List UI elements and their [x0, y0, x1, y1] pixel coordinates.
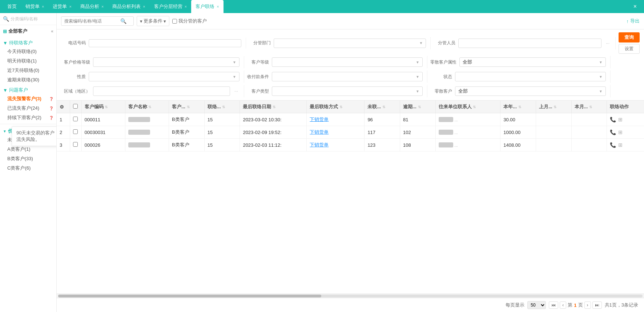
filter-retail-customer-select[interactable]: 全部 ▼ [455, 86, 606, 96]
more-action-icon[interactable]: ⊞ [618, 129, 623, 135]
sidebar-section-problem[interactable]: ▼ 问题客户 [0, 85, 56, 94]
col-overdue[interactable]: 逾期... ⇅ [400, 101, 436, 113]
manager-dots[interactable]: ··· [604, 41, 611, 46]
col-this-month[interactable]: 本月... ⇅ [571, 101, 607, 113]
col-customer-type[interactable]: 客户... ⇅ [169, 101, 205, 113]
nav-customer-layer-close[interactable]: × [185, 4, 187, 9]
col-type-sort-icon[interactable]: ⇅ [187, 105, 190, 109]
sidebar-section-pending[interactable]: ▼ 待联络客户 [0, 37, 56, 47]
more-action-icon[interactable]: ⊞ [618, 117, 623, 122]
horizontal-scrollbar[interactable] [57, 293, 644, 298]
sidebar-collapse-icon[interactable]: « [51, 29, 53, 34]
search-input[interactable] [64, 19, 119, 24]
filter-payment-select[interactable]: ▼ [272, 72, 423, 81]
filter-phone-input[interactable] [89, 39, 241, 47]
col-code-sort-icon[interactable]: ⇅ [105, 105, 108, 109]
col-contact-sort-icon[interactable]: ⇅ [222, 105, 225, 109]
nav-home[interactable]: 首页 [3, 3, 21, 10]
cell-checkbox[interactable] [70, 139, 81, 151]
settings-button[interactable]: 设置 [619, 44, 640, 54]
col-overdue-sort-icon[interactable]: ⇅ [418, 105, 421, 109]
call-icon[interactable]: 📞 [610, 142, 616, 148]
col-uncontact-sort-icon[interactable]: ⇅ [382, 105, 385, 109]
first-page-button[interactable]: ⏮ [549, 301, 558, 309]
sidebar-search-input[interactable] [11, 16, 53, 21]
col-last-method[interactable]: 最后联络方式 ⇅ [307, 101, 365, 113]
scroll-thumb[interactable] [58, 295, 321, 297]
filter-manager-select[interactable] [458, 39, 601, 48]
col-this-month-sort-icon[interactable]: ⇅ [589, 105, 592, 109]
col-settings[interactable]: ⚙ [57, 101, 70, 113]
sidebar-item-declining[interactable]: 持续下滑客户(2) ❓ [0, 113, 56, 122]
col-contact-count[interactable]: 联络... ⇅ [204, 101, 240, 113]
filter-price-level-select[interactable]: ▼ [93, 57, 240, 67]
nav-analysis-close[interactable]: × [101, 4, 104, 9]
nav-item-analysis[interactable]: 商品分析 × [76, 0, 108, 13]
filter-nature-select[interactable]: ▼ [89, 72, 240, 81]
sidebar-item-today[interactable]: 今天待联络(0) [0, 47, 56, 56]
my-customers-checkbox[interactable] [172, 19, 177, 24]
col-last-date-sort-icon[interactable]: ⇅ [273, 105, 275, 109]
cell-checkbox[interactable] [70, 126, 81, 139]
region-dots[interactable]: ··· [233, 89, 240, 94]
nav-item-customer-contact[interactable]: 客户联络 × [191, 0, 223, 13]
nav-customer-contact-close[interactable]: × [217, 4, 219, 9]
select-all-checkbox[interactable] [73, 104, 78, 109]
col-this-year-sort-icon[interactable]: ⇅ [518, 105, 521, 109]
nav-item-customer-layer[interactable]: 客户分层经营 × [150, 0, 191, 13]
col-code[interactable]: 客户编码 ⇅ [81, 101, 125, 113]
query-button[interactable]: 查询 [619, 32, 640, 42]
all-customers-label[interactable]: 全部客户 [8, 28, 27, 35]
last-method-link[interactable]: 下销货单 [310, 129, 329, 135]
col-last-date[interactable]: 最后联络日期 ⇅ [240, 101, 307, 113]
col-this-year[interactable]: 本年... ⇅ [500, 101, 536, 113]
row-checkbox[interactable] [73, 129, 78, 134]
sidebar-item-churn-warning[interactable]: 流失预警客户(3) ❓ [0, 94, 56, 104]
col-last-month-sort-icon[interactable]: ⇅ [554, 105, 556, 109]
col-last-month[interactable]: 上月... ⇅ [536, 101, 571, 113]
sidebar-item-c-class[interactable]: C类客户(6) [0, 163, 56, 173]
filter-region-select[interactable] [93, 86, 230, 96]
sidebar-item-tomorrow[interactable]: 明天待联络(1) [0, 56, 56, 66]
nav-analysis-list-close[interactable]: × [143, 4, 145, 9]
nav-purchase-close[interactable]: × [69, 4, 71, 9]
filter-customer-type-select[interactable]: ▼ [272, 86, 423, 96]
col-checkbox[interactable] [70, 101, 81, 113]
my-customers-checkbox-label[interactable]: 我分管的客户 [172, 18, 207, 24]
filter-dept-select[interactable]: ▼ [274, 39, 426, 48]
col-contact-person[interactable]: 往来单位联系人 ⇅ [435, 101, 500, 113]
nav-item-sales[interactable]: 销货单 × [21, 0, 48, 13]
sidebar-item-b-class[interactable]: B类客户(33) [0, 154, 56, 163]
cell-checkbox[interactable] [70, 113, 81, 126]
next-page-button[interactable]: › [584, 301, 591, 309]
col-uncontact-days[interactable]: 未联... ⇅ [365, 101, 400, 113]
more-action-icon[interactable]: ⊞ [618, 142, 623, 148]
page-label-2: 页 [578, 302, 583, 308]
sidebar-item-overdue[interactable]: 逾期未联络(30) [0, 75, 56, 85]
close-all-button[interactable]: × [629, 3, 641, 10]
sidebar-item-7days[interactable]: 近7天待联络(0) [0, 66, 56, 75]
col-name-sort-icon[interactable]: ⇅ [148, 105, 151, 109]
last-page-button[interactable]: ⏭ [592, 301, 602, 309]
filter-retail-attr-select[interactable]: 全部 ▼ [459, 57, 606, 67]
row-checkbox[interactable] [73, 117, 78, 121]
col-last-method-sort-icon[interactable]: ⇅ [339, 105, 342, 109]
prev-page-button[interactable]: ‹ [560, 301, 566, 309]
filter-status-select[interactable]: ▼ [455, 72, 606, 81]
filter-customer-level-select[interactable]: ▼ [272, 57, 423, 67]
call-icon[interactable]: 📞 [610, 129, 616, 135]
row-checkbox[interactable] [73, 142, 78, 147]
last-method-link[interactable]: 下销货单 [310, 142, 329, 147]
last-method-link[interactable]: 下销货单 [310, 117, 329, 122]
col-contact-person-sort-icon[interactable]: ⇅ [473, 105, 476, 109]
search-button[interactable]: 🔍 [120, 18, 126, 24]
more-filters-button[interactable]: ▾ 更多条件 ▾ [137, 16, 169, 26]
nav-item-analysis-list[interactable]: 商品分析列表 × [108, 0, 149, 13]
export-button[interactable]: ↑ 导出 [627, 18, 640, 24]
sidebar-item-churned[interactable]: 已流失客户(24) ❓ [0, 104, 56, 113]
nav-sales-close[interactable]: × [42, 4, 44, 9]
call-icon[interactable]: 📞 [610, 117, 616, 122]
nav-item-purchase[interactable]: 进货单 × [48, 0, 76, 13]
per-page-select[interactable]: 50 100 [527, 301, 546, 309]
col-name[interactable]: 客户名称 ⇅ [125, 101, 169, 113]
